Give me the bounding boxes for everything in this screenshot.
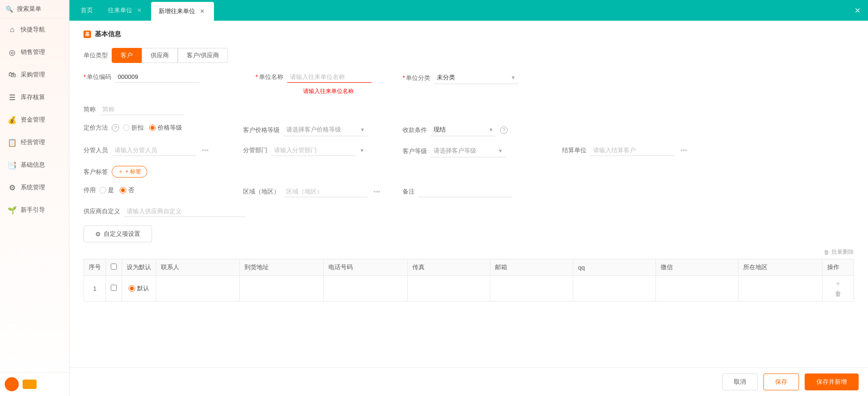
payment-terms-select[interactable]: 现结 ▼ [431, 124, 496, 136]
save-button[interactable]: 保存 [763, 373, 799, 390]
delete-row-button[interactable]: 🗑 [833, 289, 843, 298]
unit-category-select[interactable]: 未分类 ▼ [434, 71, 518, 84]
manager-input[interactable] [112, 145, 196, 156]
discount-radio-circle [123, 124, 129, 131]
email-input[interactable] [495, 285, 568, 292]
close-tab-new-partner-button[interactable]: ✕ [198, 7, 206, 16]
row-region[interactable] [739, 276, 822, 302]
yes-radio[interactable]: 是 [99, 186, 114, 194]
sidebar-item-basic[interactable]: 📑 基础信息 [0, 154, 69, 176]
close-tab-partner-button[interactable]: ✕ [135, 6, 144, 15]
unit-type-supplier-button[interactable]: 供应商 [142, 48, 178, 63]
cancel-button[interactable]: 取消 [722, 373, 758, 390]
unit-category-field: *单位分类 未分类 ▼ [403, 71, 543, 84]
no-radio[interactable]: 否 [120, 186, 134, 194]
sidebar-item-label: 快捷导航 [21, 25, 45, 34]
sidebar-item-sales[interactable]: ◎ 销售管理 [0, 41, 69, 63]
customer-price-select[interactable]: 请选择客户价格等级 ▼ [283, 124, 368, 136]
pricing-help-icon[interactable]: ? [112, 124, 119, 132]
table-header-row: 序号 设为默认 联系人 到货地址 电话号码 传真 邮箱 qq 微信 所在地区 [84, 259, 854, 276]
row-qq[interactable] [573, 276, 655, 302]
custom-settings-button[interactable]: ⚙ 自定义项设置 [84, 225, 152, 242]
manager-more-icon[interactable]: ••• [200, 147, 211, 154]
tab-label: 往来单位 [108, 6, 132, 15]
col-address: 到货地址 [239, 259, 323, 276]
sidebar-item-label: 销售管理 [21, 48, 45, 56]
chevron-down-icon: ▼ [488, 127, 494, 132]
row-checkbox[interactable] [111, 285, 117, 291]
tab-partner[interactable]: 往来单位✕ [100, 0, 151, 21]
row-wechat[interactable] [655, 276, 739, 302]
unit-type-both-button[interactable]: 客户/供应商 [178, 48, 228, 63]
discount-radio[interactable]: 折扣 [123, 124, 144, 132]
table-toolbar: 🗑 批量删除 [84, 248, 854, 256]
quick-nav-icon: ⌂ [8, 25, 17, 34]
sidebar-item-finance[interactable]: 💰 资金管理 [0, 109, 69, 131]
search-menu-label: 搜索菜单 [17, 5, 41, 13]
address-input[interactable] [244, 285, 319, 292]
settlement-more-icon[interactable]: ••• [678, 147, 689, 154]
sidebar-item-purchase[interactable]: 🛍 采购管理 [0, 63, 69, 86]
settlement-input[interactable] [590, 145, 675, 156]
customer-level-label: 客户等级 [403, 147, 427, 155]
sidebar-item-guide[interactable]: 🌱 新手引导 [0, 199, 69, 221]
sidebar-item-quick-nav[interactable]: ⌂ 快捷导航 [0, 18, 69, 41]
pricing-radio-group: 折扣 价格等级 [123, 124, 182, 132]
qq-input[interactable] [578, 285, 651, 292]
row-fax[interactable] [407, 276, 490, 302]
sidebar-item-label: 基础信息 [21, 161, 45, 169]
default-radio[interactable]: 默认 [127, 284, 151, 293]
section-header: 基 基本信息 [84, 30, 854, 39]
sidebar-item-label: 新手引导 [21, 206, 45, 214]
supplier-custom-input[interactable] [124, 206, 246, 217]
table-row: 1 默认 [84, 276, 854, 302]
select-all-checkbox[interactable] [111, 264, 117, 270]
fax-input[interactable] [412, 285, 486, 292]
sidebar-item-inventory[interactable]: ☰ 库存核算 [0, 86, 69, 109]
unit-type-customer-button[interactable]: 客户 [112, 48, 142, 63]
tab-home[interactable]: 首页 [73, 0, 100, 21]
payment-help-icon[interactable]: ? [500, 126, 508, 134]
col-default: 设为默认 [122, 259, 156, 276]
remark-input[interactable] [419, 186, 512, 197]
sales-icon: ◎ [8, 47, 17, 57]
section-title: 基本信息 [95, 30, 121, 39]
unit-type-row: 单位类型 客户供应商客户/供应商 [84, 48, 854, 63]
row-region-input[interactable] [743, 285, 817, 292]
add-tag-button[interactable]: ＋ + 标签 [112, 166, 147, 178]
row-email[interactable] [490, 276, 573, 302]
phone-input[interactable] [328, 285, 403, 292]
sidebar-item-system[interactable]: ⚙ 系统管理 [0, 176, 69, 199]
search-menu-item[interactable]: 🔍 搜索菜单 [0, 0, 69, 18]
add-row-button[interactable]: ＋ [833, 279, 843, 289]
row-checkbox-cell [106, 276, 122, 302]
unit-code-label: *单位编码 [84, 73, 111, 81]
region-input[interactable] [283, 186, 368, 197]
unit-name-input[interactable] [287, 71, 372, 83]
row-address[interactable] [239, 276, 323, 302]
unit-code-input[interactable] [115, 71, 199, 83]
region-more-icon[interactable]: ••• [372, 188, 382, 195]
manager-label: 分管人员 [84, 146, 108, 155]
contacts-table: 序号 设为默认 联系人 到货地址 电话号码 传真 邮箱 qq 微信 所在地区 [84, 259, 854, 302]
sidebar-item-operations[interactable]: 📋 经营管理 [0, 131, 69, 154]
department-input[interactable] [271, 145, 356, 156]
price-level-radio[interactable]: 价格等级 [149, 124, 182, 132]
short-name-input[interactable] [99, 104, 184, 115]
col-action: 操作 [822, 259, 854, 276]
department-label: 分管部门 [243, 146, 267, 155]
customer-level-field: 客户等级 请选择客户等级 ▼ [403, 145, 543, 157]
save-and-add-button[interactable]: 保存并新增 [805, 373, 859, 390]
tab-new-partner[interactable]: 新增往来单位✕ [151, 2, 214, 21]
customer-level-select[interactable]: 请选择客户等级 ▼ [431, 145, 506, 157]
basic-info-row: *单位编码 *单位名称 请输入往来单位名称 *单位分类 未分类 [84, 71, 854, 95]
price-level-label: 价格等级 [158, 124, 182, 132]
row-contact[interactable] [156, 276, 240, 302]
chevron-down-icon: ▼ [510, 75, 516, 80]
default-radio-circle [129, 285, 135, 292]
row-phone[interactable] [323, 276, 407, 302]
wechat-input[interactable] [661, 285, 734, 292]
batch-delete-button[interactable]: 🗑 批量删除 [824, 248, 854, 256]
contact-input[interactable] [161, 285, 235, 292]
close-all-tabs-button[interactable]: ✕ [851, 4, 864, 17]
